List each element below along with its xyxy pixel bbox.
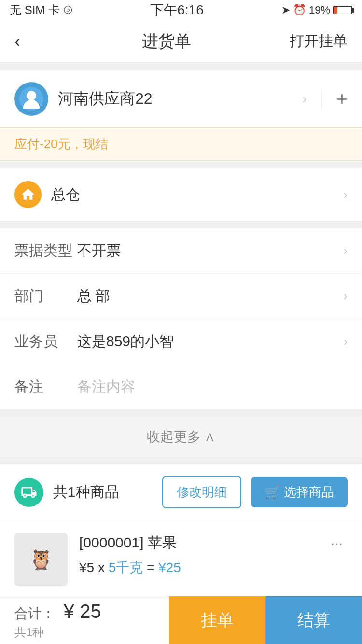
battery-percentage: 19% [309, 4, 330, 16]
product-info: [0000001] 苹果 ¥5 x 5千克 = ¥25 [79, 533, 326, 577]
add-supplier-button[interactable]: + [336, 88, 348, 110]
total-sub: 共1种 [14, 625, 154, 640]
supplier-avatar [14, 82, 48, 116]
battery-icon [333, 6, 352, 14]
product-name: [0000001] 苹果 [79, 533, 326, 553]
carrier-text: 无 SIM 卡 [10, 2, 60, 18]
warehouse-row[interactable]: 总仓 › [0, 168, 362, 221]
product-thumbnail: 🦉 [14, 533, 68, 586]
warehouse-name: 总仓 [51, 185, 343, 205]
back-button[interactable]: ‹ [14, 31, 43, 52]
salesman-chevron-icon: › [343, 334, 348, 349]
page-title: 进货单 [142, 30, 191, 53]
product-price: ¥5 x 5千克 = ¥25 [79, 559, 326, 577]
invoice-type-label: 票据类型 [14, 241, 77, 261]
fields-section: 票据类型 不开票 › 部门 总 部 › 业务员 这是859的小智 › 备注 备注… [0, 228, 362, 409]
remark-row[interactable]: 备注 备注内容 [0, 364, 362, 409]
collapse-label: 收起更多 ∧ [147, 429, 216, 444]
wifi-icon: ⦾ [64, 4, 72, 16]
supplier-chevron-icon: › [302, 91, 306, 107]
status-time: 下午6:16 [150, 1, 204, 19]
product-item: 🦉 [0000001] 苹果 ¥5 x 5千克 = ¥25 ··· [0, 521, 362, 598]
location-icon: ➤ [281, 4, 290, 16]
product-total: ¥25 [158, 560, 181, 575]
warehouse-section: 总仓 › [0, 168, 362, 221]
warehouse-icon [14, 181, 42, 208]
edit-detail-button[interactable]: 修改明细 [162, 476, 241, 508]
remark-input[interactable]: 备注内容 [77, 377, 348, 397]
invoice-type-row[interactable]: 票据类型 不开票 › [0, 228, 362, 274]
department-chevron-icon: › [343, 289, 348, 304]
invoice-type-value: 不开票 [77, 241, 343, 261]
supplier-left: 河南供应商22 [14, 82, 302, 116]
open-hold-button[interactable]: 打开挂单 [290, 31, 348, 51]
department-value: 总 部 [77, 286, 343, 306]
bottom-bar: 合计： ¥ 25 共1种 挂单 结算 [0, 596, 362, 644]
total-section: 合计： ¥ 25 共1种 [0, 601, 169, 640]
collapse-bar[interactable]: 收起更多 ∧ [0, 417, 362, 457]
supplier-notice: 应付-20元，现结 [0, 127, 362, 161]
select-product-label: 选择商品 [284, 484, 334, 501]
hold-button[interactable]: 挂单 [169, 596, 265, 644]
nav-bar: ‹ 进货单 打开挂单 [0, 20, 362, 63]
status-right: ➤ ⏰ 19% [281, 4, 352, 16]
department-label: 部门 [14, 286, 77, 306]
salesman-value: 这是859的小智 [77, 332, 343, 351]
product-more-button[interactable]: ··· [326, 533, 348, 553]
checkout-button[interactable]: 结算 [265, 596, 362, 644]
total-label: 合计： [14, 606, 55, 621]
total-row: 合计： ¥ 25 [14, 601, 154, 623]
supplier-row[interactable]: 河南供应商22 › + [0, 70, 362, 127]
products-icon [14, 478, 43, 507]
products-section: 共1种商品 修改明细 🛒 选择商品 🦉 [0000001] 苹果 ¥5 x 5千… [0, 464, 362, 598]
supplier-name: 河南供应商22 [58, 88, 153, 110]
product-placeholder-icon: 🦉 [29, 548, 53, 571]
warehouse-chevron-icon: › [343, 187, 348, 202]
products-header: 共1种商品 修改明细 🛒 选择商品 [0, 464, 362, 520]
cart-icon: 🛒 [265, 485, 280, 500]
department-row[interactable]: 部门 总 部 › [0, 274, 362, 319]
status-left: 无 SIM 卡 ⦾ [10, 2, 72, 18]
status-bar: 无 SIM 卡 ⦾ 下午6:16 ➤ ⏰ 19% [0, 0, 362, 20]
supplier-section: 河南供应商22 › + 应付-20元，现结 [0, 70, 362, 161]
salesman-label: 业务员 [14, 332, 77, 351]
alarm-icon: ⏰ [293, 4, 306, 16]
invoice-type-chevron-icon: › [343, 243, 348, 258]
remark-label: 备注 [14, 377, 77, 397]
product-quantity: 5千克 [109, 560, 143, 575]
products-count: 共1种商品 [53, 482, 153, 502]
divider [321, 89, 322, 109]
select-product-button[interactable]: 🛒 选择商品 [251, 477, 348, 507]
salesman-row[interactable]: 业务员 这是859的小智 › [0, 319, 362, 364]
total-amount: ¥ 25 [64, 601, 101, 622]
